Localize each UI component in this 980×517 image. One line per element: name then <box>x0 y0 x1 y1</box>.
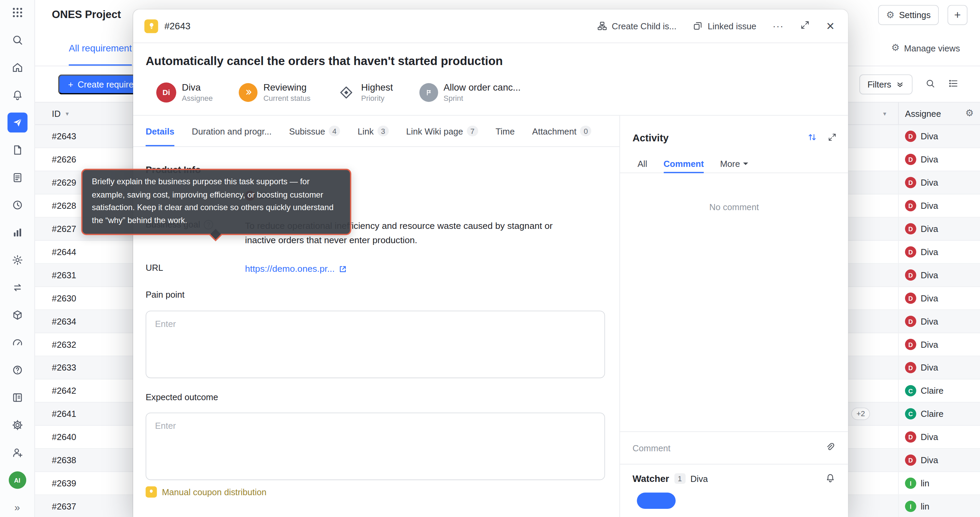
board-icon[interactable] <box>7 388 27 408</box>
watch-bell-icon[interactable] <box>825 472 835 485</box>
issue-id-cell[interactable]: #2632 <box>35 340 123 350</box>
assignee-name: Diva <box>921 247 938 257</box>
column-settings-gear-icon[interactable]: ⚙ <box>966 109 974 118</box>
filters-button[interactable]: Filters <box>859 74 913 94</box>
notifications-bell-icon[interactable] <box>7 85 27 105</box>
linked-issue-button[interactable]: Linked issue <box>693 21 756 31</box>
comment-input-row[interactable]: Comment <box>620 431 848 463</box>
tab-time[interactable]: Time <box>495 116 514 146</box>
tab-link[interactable]: Link3 <box>358 116 388 146</box>
ai-avatar[interactable]: AI <box>7 470 27 490</box>
more-actions-button[interactable]: ··· <box>773 21 784 31</box>
external-link-icon <box>339 264 348 274</box>
overflow-chip[interactable]: +2 <box>851 408 870 420</box>
expand-modal-icon[interactable] <box>800 20 810 32</box>
issue-id-cell[interactable]: #2642 <box>35 385 123 395</box>
assignee-avatar: D <box>905 200 916 211</box>
close-modal-icon[interactable]: × <box>826 19 835 33</box>
assignee-attribute[interactable]: Di Diva Assignee <box>156 82 213 102</box>
issue-id-cell[interactable]: #2633 <box>35 363 123 372</box>
wiki-clipboard-icon[interactable] <box>7 167 27 188</box>
sprint-attribute[interactable]: Allow order canc... Sprint <box>419 82 521 102</box>
activity-tab-all[interactable]: All <box>638 154 648 172</box>
tab-attachment[interactable]: Attachment0 <box>532 116 592 146</box>
assignee-avatar: D <box>905 223 916 234</box>
issue-id-cell[interactable]: #2631 <box>35 270 123 280</box>
document-icon[interactable] <box>7 140 27 160</box>
home-icon[interactable] <box>7 57 27 78</box>
app-title: ONES Project <box>52 9 121 21</box>
watcher-name: Diva <box>690 473 708 483</box>
chart-icon[interactable] <box>7 223 27 242</box>
attachment-paperclip-icon[interactable] <box>825 442 835 454</box>
partial-primary-button[interactable] <box>637 493 676 509</box>
issue-id-cell[interactable]: #2637 <box>35 501 123 511</box>
status-icon <box>239 83 258 102</box>
assignee-cell: D Diva <box>898 218 980 240</box>
assignee-cell: D Diva <box>898 310 980 332</box>
clock-icon[interactable] <box>7 195 27 215</box>
settings-gear-icon[interactable] <box>7 415 27 435</box>
gauge-icon[interactable] <box>7 332 27 353</box>
project-module-icon[interactable] <box>7 112 27 132</box>
assignee-header-label: Assignee <box>905 108 941 118</box>
watcher-row[interactable]: Watcher 1 Diva <box>620 464 848 493</box>
activity-tab-comment[interactable]: Comment <box>663 154 704 172</box>
apps-grid-icon[interactable] <box>7 2 27 22</box>
assignee-label: Assignee <box>182 94 213 102</box>
manage-views-button[interactable]: ⚙ Manage views <box>891 43 960 53</box>
comment-placeholder: Comment <box>632 443 670 453</box>
assignee-name: Diva <box>921 363 938 372</box>
status-attribute[interactable]: Reviewing Current status <box>239 82 310 102</box>
expand-activity-icon[interactable] <box>827 132 837 144</box>
modal-header-actions: Create Child is... Linked issue ··· × <box>597 19 835 33</box>
sort-order-icon[interactable] <box>807 132 818 145</box>
display-list-icon[interactable] <box>948 78 959 91</box>
issue-id-cell[interactable]: #2640 <box>35 432 123 442</box>
sync-arrows-icon[interactable] <box>7 278 27 297</box>
issue-id-cell[interactable]: #2644 <box>35 247 123 257</box>
issue-id-cell[interactable]: #2638 <box>35 455 123 465</box>
issue-id-cell[interactable]: #2641 <box>35 409 123 418</box>
gear-icon: ⚙ <box>891 43 900 53</box>
collapse-sidebar-icon[interactable]: » <box>7 498 27 517</box>
double-chevron-icon <box>896 80 904 89</box>
create-child-issue-button[interactable]: Create Child is... <box>597 21 676 31</box>
automation-icon[interactable] <box>7 250 27 270</box>
filters-label: Filters <box>867 79 891 89</box>
view-tab-all-requirement[interactable]: All requirement <box>69 30 132 66</box>
search-icon[interactable] <box>7 30 27 50</box>
detail-tabs: DetailsDuration and progr...Subissue4Lin… <box>133 116 619 147</box>
issue-id-cell[interactable]: #2634 <box>35 317 123 326</box>
activity-tab-more[interactable]: More <box>720 154 748 172</box>
id-column-header[interactable]: ID ▾ <box>35 108 123 118</box>
top-actions: ⚙ Settings + <box>878 5 968 25</box>
help-tooltip: Briefly explain the business purpose thi… <box>81 169 352 235</box>
search-icon[interactable] <box>925 78 935 91</box>
create-child-label: Create Child is... <box>612 21 676 31</box>
pain-point-input[interactable] <box>146 310 605 378</box>
tab-subissue[interactable]: Subissue4 <box>289 116 340 146</box>
expected-outcome-input[interactable] <box>146 412 605 480</box>
tab-link-wiki-page[interactable]: Link Wiki page7 <box>406 116 478 146</box>
add-button[interactable]: + <box>948 5 968 25</box>
settings-button[interactable]: ⚙ Settings <box>878 5 939 25</box>
tab-duration-and-progr-[interactable]: Duration and progr... <box>192 116 271 146</box>
issue-id-cell[interactable]: #2630 <box>35 293 123 303</box>
issue-id-cell[interactable]: #2639 <box>35 478 123 488</box>
issue-id-cell[interactable]: #2643 <box>35 131 123 141</box>
activity-tabs: AllCommentMore <box>620 154 848 173</box>
help-icon[interactable] <box>7 360 27 380</box>
invite-member-icon[interactable] <box>7 443 27 463</box>
assignee-avatar: D <box>905 269 916 281</box>
tab-details[interactable]: Details <box>146 116 174 146</box>
assignee-column-header[interactable]: Assignee ⚙ <box>898 102 980 124</box>
assignee-name: Diva <box>921 224 938 234</box>
subissue-title[interactable]: Manual coupon distribution <box>162 487 266 497</box>
cube-icon[interactable] <box>7 305 27 325</box>
issue-id-cell[interactable]: #2626 <box>35 154 123 164</box>
issue-title[interactable]: Automatically cancel the orders that hav… <box>146 54 833 68</box>
subissue-partial-row[interactable]: Manual coupon distribution <box>146 486 267 498</box>
url-link[interactable]: https://demo.ones.pr... <box>245 262 348 276</box>
priority-attribute[interactable]: Highest Priority <box>337 82 393 102</box>
